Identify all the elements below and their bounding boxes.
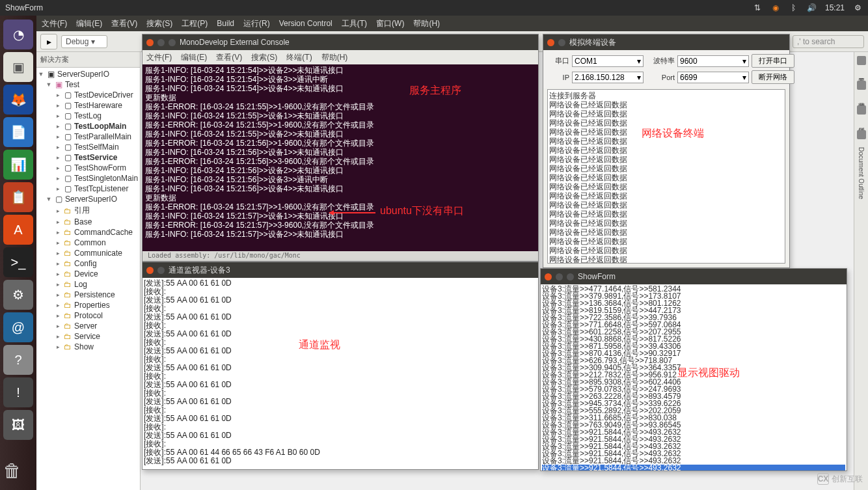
tree-node[interactable]: ▸🗀Protocol bbox=[36, 310, 140, 321]
open-serial-button[interactable]: 打开串口 bbox=[752, 54, 794, 68]
tree-node[interactable]: ▸🗀引用 bbox=[36, 204, 140, 217]
properties-icon[interactable] bbox=[857, 105, 866, 115]
menu-edit[interactable]: 编辑(E) bbox=[76, 18, 102, 29]
cmenu-search[interactable]: 搜索(S) bbox=[251, 52, 277, 63]
toolbox-icon[interactable] bbox=[857, 56, 866, 65]
tree-node[interactable]: ▸🗀Base bbox=[36, 217, 140, 227]
run-button[interactable]: ▸ bbox=[40, 34, 57, 49]
image-icon[interactable]: 🖼 bbox=[3, 410, 33, 440]
min-icon[interactable] bbox=[157, 267, 165, 274]
max-icon[interactable] bbox=[169, 39, 176, 46]
menu-view[interactable]: 查看(V) bbox=[111, 18, 137, 29]
close-icon[interactable] bbox=[547, 39, 554, 46]
tree-node[interactable]: ▸🗀Server bbox=[36, 321, 140, 331]
tree-node[interactable]: ▸🗀Log bbox=[36, 279, 140, 290]
close-icon[interactable] bbox=[146, 39, 154, 46]
tree-node[interactable]: ▼▢ServerSuperIO bbox=[36, 194, 140, 204]
tree-node[interactable]: ▸🗀Properties bbox=[36, 300, 140, 310]
tree-node[interactable]: ▸▢TestTcpListener bbox=[36, 184, 140, 194]
menu-window[interactable]: 窗口(W) bbox=[376, 18, 404, 29]
tree-node[interactable]: ▸▢TestShowForm bbox=[36, 163, 140, 173]
tree-node[interactable]: ▸🗀Device bbox=[36, 269, 140, 279]
vtab-toolbox[interactable]: 工具箱 bbox=[856, 70, 867, 75]
notification-icon[interactable]: ◉ bbox=[770, 3, 781, 13]
software-icon[interactable]: A bbox=[3, 215, 33, 245]
tree-node[interactable]: ▸🗀Config bbox=[36, 258, 140, 269]
cmenu-edit[interactable]: 编辑(E) bbox=[181, 52, 207, 63]
sim-titlebar[interactable]: 模拟终端设备 bbox=[543, 34, 789, 50]
close-icon[interactable] bbox=[146, 267, 154, 274]
settings-icon[interactable]: ⚙ bbox=[3, 280, 33, 310]
vtab-properties[interactable]: 属性 bbox=[856, 120, 867, 125]
tree-node[interactable]: ▸🗀Service bbox=[36, 331, 140, 342]
showform-body[interactable]: 设备3:流量>>477.1464,信号>>581.2344设备3:流量>>379… bbox=[541, 284, 847, 470]
max-icon[interactable] bbox=[567, 273, 574, 280]
tree-node[interactable]: ▸🗀Common bbox=[36, 238, 140, 248]
menu-vc[interactable]: Version Control bbox=[279, 19, 332, 28]
impress-icon[interactable]: 📋 bbox=[3, 182, 33, 212]
min-icon[interactable] bbox=[558, 39, 565, 46]
cmenu-view[interactable]: 查看(V) bbox=[216, 52, 242, 63]
writer-icon[interactable]: 📄 bbox=[3, 117, 33, 147]
outline-icon[interactable] bbox=[857, 130, 866, 139]
terminal-icon[interactable]: >_ bbox=[3, 247, 33, 277]
vtab-unittest[interactable]: 单元测试 bbox=[856, 95, 867, 100]
cmenu-file[interactable]: 文件(F) bbox=[146, 52, 172, 63]
console-body[interactable]: 服务1-INFO: [16-03-24 15:21:54]>>设备2>>未知通讯… bbox=[142, 64, 538, 251]
menu-build[interactable]: Build bbox=[217, 19, 234, 28]
clock[interactable]: 15:21 bbox=[825, 3, 845, 12]
menu-help[interactable]: 帮助(H) bbox=[413, 18, 440, 29]
unittest-icon[interactable] bbox=[857, 81, 866, 90]
menu-file[interactable]: 文件(F) bbox=[42, 18, 67, 29]
calc-icon[interactable]: 📊 bbox=[3, 150, 33, 180]
tree-node[interactable]: ▸🗀Persistence bbox=[36, 290, 140, 300]
tree-node[interactable]: ▼▣ServerSuperIO bbox=[36, 69, 140, 79]
firefox-icon[interactable]: 🦊 bbox=[3, 85, 33, 115]
console-line: 服务1-ERROR: [16-03-24 15:21:57]>>3-9600,没… bbox=[145, 221, 536, 230]
sim-log[interactable]: 连接到服务器 网络设备已经返回数据网络设备已经返回数据网络设备已经返回数据网络设… bbox=[547, 89, 785, 264]
console-titlebar[interactable]: MonoDevelop External Console bbox=[142, 34, 538, 50]
dash-icon[interactable]: ◔ bbox=[3, 20, 33, 49]
tree-node[interactable]: ▸▢TestHareware bbox=[36, 100, 140, 111]
cmenu-help[interactable]: 帮助(H) bbox=[321, 52, 348, 63]
mono-icon[interactable]: @ bbox=[3, 312, 33, 342]
alert-icon[interactable]: ! bbox=[3, 377, 33, 407]
serial-select[interactable]: COM1▾ bbox=[572, 55, 644, 67]
tree-node[interactable]: ▸🗀CommandCache bbox=[36, 227, 140, 238]
tree-node[interactable]: ▸▢TestLog bbox=[36, 111, 140, 121]
close-icon[interactable] bbox=[545, 273, 552, 280]
min-icon[interactable] bbox=[556, 273, 563, 280]
ip-select[interactable]: 2.168.150.128▾ bbox=[572, 72, 644, 83]
power-icon[interactable]: ⚙ bbox=[852, 3, 863, 13]
disconnect-button[interactable]: 断开网络 bbox=[752, 70, 794, 84]
sound-icon[interactable]: 🔊 bbox=[807, 3, 817, 13]
tree-node[interactable]: ▸🗀Show bbox=[36, 342, 140, 352]
ide-search-input[interactable]: ,' to search bbox=[793, 35, 864, 48]
baud-select[interactable]: 9600▾ bbox=[677, 55, 749, 67]
monitor-body[interactable]: [发送]:55 AA 00 61 61 0D[接收]:[发送]:55 AA 00… bbox=[142, 278, 538, 469]
menu-run[interactable]: 运行(R) bbox=[243, 18, 270, 29]
tree-node[interactable]: ▼▣Test bbox=[36, 79, 140, 90]
bluetooth-icon[interactable]: ᛒ bbox=[789, 3, 799, 13]
menu-search[interactable]: 搜索(S) bbox=[146, 18, 172, 29]
menu-tools[interactable]: 工具(T) bbox=[342, 18, 367, 29]
cmenu-term[interactable]: 终端(T) bbox=[286, 52, 312, 63]
vtab-outline[interactable]: Document Outline bbox=[856, 144, 866, 202]
trash-icon[interactable]: 🗑 bbox=[3, 460, 33, 490]
files-icon[interactable]: ▣ bbox=[3, 52, 33, 82]
mon-titlebar[interactable]: 通道监视器-设备3 bbox=[142, 262, 538, 278]
network-icon[interactable]: ⇅ bbox=[752, 3, 763, 13]
tree-node[interactable]: ▸▢TestSelfMain bbox=[36, 142, 140, 152]
tree-node[interactable]: ▸▢TestSingletonMain bbox=[36, 173, 140, 184]
tree-node[interactable]: ▸▢TestParallelMain bbox=[36, 131, 140, 142]
tree-node[interactable]: ▸🗀Communicate bbox=[36, 248, 140, 258]
menu-project[interactable]: 工程(P) bbox=[182, 18, 208, 29]
port-select[interactable]: 6699▾ bbox=[677, 72, 749, 83]
min-icon[interactable] bbox=[157, 39, 165, 46]
help-icon[interactable]: ? bbox=[3, 345, 33, 375]
config-selector[interactable]: Debug ▾ bbox=[61, 35, 107, 48]
tree-node[interactable]: ▸▢TestDeviceDriver bbox=[36, 90, 140, 100]
tree-node[interactable]: ▸▢TestLoopMain bbox=[36, 121, 140, 131]
show-titlebar[interactable]: ShowForm bbox=[541, 269, 847, 284]
tree-node[interactable]: ▸▢TestService bbox=[36, 152, 140, 163]
